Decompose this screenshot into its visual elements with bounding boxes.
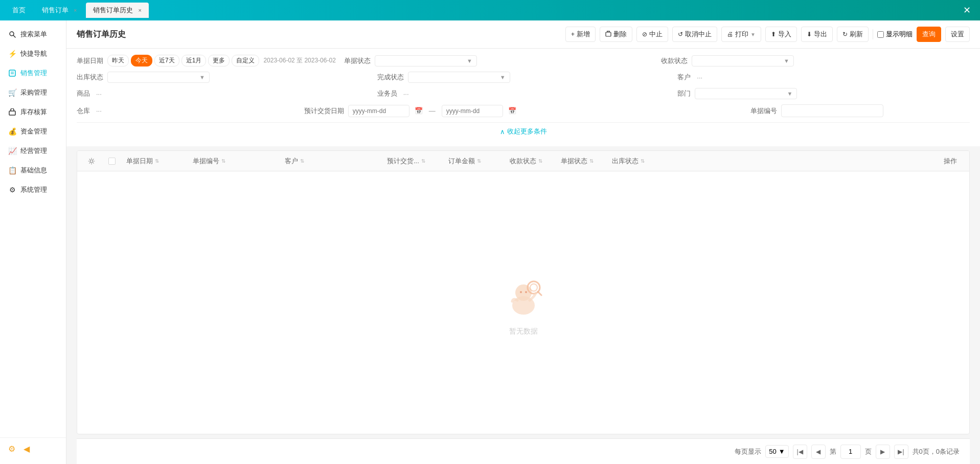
settings-btn[interactable]: 设置 bbox=[945, 27, 970, 42]
th-operation-label: 操作 bbox=[944, 157, 957, 166]
outbound-status-filter: 出库状态 ▼ bbox=[77, 72, 369, 83]
display-detail-input[interactable] bbox=[877, 31, 884, 38]
system-icon: ⚙ bbox=[8, 186, 16, 194]
export-btn[interactable]: ⬇ 导出 bbox=[801, 27, 833, 42]
tab-home-label: 首页 bbox=[12, 6, 26, 15]
total-text: 共0页，0条记录 bbox=[913, 447, 960, 456]
page-input[interactable] bbox=[840, 445, 861, 459]
quicknav-icon: ⚡ bbox=[8, 50, 16, 58]
import-btn[interactable]: ⬆ 导入 bbox=[765, 27, 797, 42]
salesperson-dots[interactable]: ··· bbox=[401, 90, 411, 98]
th-amount-sort[interactable]: ⇅ bbox=[477, 158, 481, 164]
stop-btn[interactable]: ⊘ 中止 bbox=[636, 27, 668, 42]
complete-status-select[interactable]: ▼ bbox=[408, 72, 510, 83]
outbound-status-select[interactable]: ▼ bbox=[107, 72, 210, 83]
tab-sales-history-close[interactable]: × bbox=[138, 7, 141, 13]
sidebar-collapse-icon[interactable]: ◀ bbox=[24, 444, 30, 454]
delivery-date-from[interactable] bbox=[348, 105, 409, 117]
sidebar-item-operations-label: 经营管理 bbox=[20, 146, 47, 156]
delete-icon bbox=[605, 31, 611, 38]
new-btn[interactable]: + 新增 bbox=[565, 27, 596, 42]
th-payment-sort[interactable]: ⇅ bbox=[538, 158, 542, 164]
export-btn-label: 导出 bbox=[814, 30, 827, 39]
tab-home[interactable]: 首页 bbox=[5, 3, 33, 18]
customer-filter: 客户 ··· bbox=[677, 73, 970, 82]
tab-sales-order-close[interactable]: × bbox=[74, 7, 77, 13]
customer-dots[interactable]: ··· bbox=[695, 74, 704, 81]
per-page-select[interactable]: 50 ▼ bbox=[765, 445, 788, 458]
payment-status-select[interactable]: ▼ bbox=[692, 55, 794, 67]
select-all-checkbox[interactable] bbox=[108, 158, 116, 165]
date-btn-yesterday[interactable]: 昨天 bbox=[107, 55, 129, 67]
display-detail-checkbox[interactable]: 显示明细 bbox=[877, 30, 913, 39]
th-date-sort[interactable]: ⇅ bbox=[155, 158, 159, 164]
th-delivery-sort[interactable]: ⇅ bbox=[421, 158, 425, 164]
salesperson-label: 业务员 bbox=[377, 89, 397, 98]
delete-btn[interactable]: 删除 bbox=[600, 27, 632, 42]
print-btn[interactable]: 🖨 打印 ▼ bbox=[721, 27, 761, 42]
page-last-btn[interactable]: ▶| bbox=[894, 445, 908, 459]
refresh-icon: ↻ bbox=[842, 31, 848, 38]
department-chevron: ▼ bbox=[787, 91, 792, 97]
department-select[interactable]: ▼ bbox=[695, 88, 797, 99]
delivery-date-filter: 预计交货日期 📅 — 📅 bbox=[304, 105, 743, 117]
cancel-stop-btn[interactable]: ↺ 取消中止 bbox=[672, 27, 717, 42]
sales-icon bbox=[8, 69, 16, 77]
bill-status-select[interactable]: ▼ bbox=[375, 55, 477, 67]
tab-sales-history[interactable]: 销售订单历史 × bbox=[86, 3, 148, 18]
sidebar-settings-icon[interactable]: ⚙ bbox=[8, 444, 15, 454]
th-date-label: 单据日期 bbox=[126, 157, 153, 166]
page-prev-btn[interactable]: ◀ bbox=[811, 445, 826, 459]
query-btn[interactable]: 查询 bbox=[917, 27, 941, 42]
date-btn-custom[interactable]: 自定义 bbox=[232, 55, 259, 67]
display-detail-label: 显示明细 bbox=[886, 30, 913, 39]
print-dropdown-icon: ▼ bbox=[750, 32, 756, 37]
complete-chevron: ▼ bbox=[500, 74, 506, 80]
page-title: 销售订单历史 bbox=[77, 29, 126, 40]
date-btn-more[interactable]: 更多 bbox=[208, 55, 230, 67]
date-btn-today[interactable]: 今天 bbox=[131, 55, 152, 67]
th-checkbox[interactable] bbox=[102, 158, 122, 165]
th-status-sort[interactable]: ⇅ bbox=[589, 158, 594, 164]
date-btn-7days[interactable]: 近7天 bbox=[154, 55, 179, 67]
delete-btn-label: 删除 bbox=[613, 30, 627, 39]
sidebar-item-finance[interactable]: 💰 资金管理 bbox=[0, 122, 66, 141]
refresh-btn[interactable]: ↻ 刷新 bbox=[837, 27, 869, 42]
docno-input[interactable] bbox=[781, 104, 883, 117]
window-close-btn[interactable]: ✕ bbox=[959, 5, 975, 16]
th-customer-sort[interactable]: ⇅ bbox=[300, 158, 304, 164]
sidebar-item-finance-label: 资金管理 bbox=[20, 127, 47, 136]
th-settings[interactable] bbox=[81, 158, 102, 165]
delivery-date-to[interactable] bbox=[442, 105, 503, 117]
sidebar-item-basic-info[interactable]: 📋 基础信息 bbox=[0, 161, 66, 180]
page-next-btn[interactable]: ▶ bbox=[876, 445, 890, 459]
toolbar: + 新增 删除 ⊘ 中止 ↺ 取消中止 bbox=[565, 27, 970, 42]
collapse-more-btn[interactable]: ∧ 收起更多条件 bbox=[77, 122, 970, 140]
product-dots[interactable]: ··· bbox=[94, 90, 104, 98]
operations-icon: 📈 bbox=[8, 147, 16, 155]
stop-icon: ⊘ bbox=[642, 31, 647, 38]
warehouse-dots[interactable]: ··· bbox=[94, 107, 104, 115]
sidebar-item-search[interactable]: 搜索菜单 bbox=[0, 25, 66, 44]
sidebar-item-system[interactable]: ⚙ 系统管理 bbox=[0, 180, 66, 200]
th-docno-sort[interactable]: ⇅ bbox=[221, 158, 225, 164]
sidebar-item-purchase[interactable]: 🛒 采购管理 bbox=[0, 83, 66, 102]
th-outbound: 出库状态 ⇅ bbox=[608, 157, 659, 166]
tab-sales-order[interactable]: 销售订单 × bbox=[35, 3, 84, 18]
query-btn-label: 查询 bbox=[922, 30, 936, 39]
bill-status-label: 单据状态 bbox=[344, 56, 371, 65]
export-icon: ⬇ bbox=[807, 31, 812, 38]
sidebar-item-sales[interactable]: 销售管理 bbox=[0, 63, 66, 83]
svg-point-14 bbox=[525, 291, 527, 293]
page-first-btn[interactable]: |◀ bbox=[793, 445, 807, 459]
settings-btn-label: 设置 bbox=[951, 30, 964, 39]
th-status-label: 单据状态 bbox=[561, 157, 587, 166]
sidebar-item-inventory[interactable]: 库存核算 bbox=[0, 102, 66, 122]
cancel-stop-btn-label: 取消中止 bbox=[685, 30, 712, 39]
date-btn-1month[interactable]: 近1月 bbox=[181, 55, 207, 67]
sidebar-item-operations[interactable]: 📈 经营管理 bbox=[0, 141, 66, 161]
th-outbound-sort[interactable]: ⇅ bbox=[641, 158, 645, 164]
sidebar-item-quicknav[interactable]: ⚡ 快捷导航 bbox=[0, 44, 66, 63]
sidebar-item-search-label: 搜索菜单 bbox=[20, 30, 47, 39]
content-area: 销售订单历史 + 新增 删除 ⊘ 中止 bbox=[66, 20, 980, 464]
